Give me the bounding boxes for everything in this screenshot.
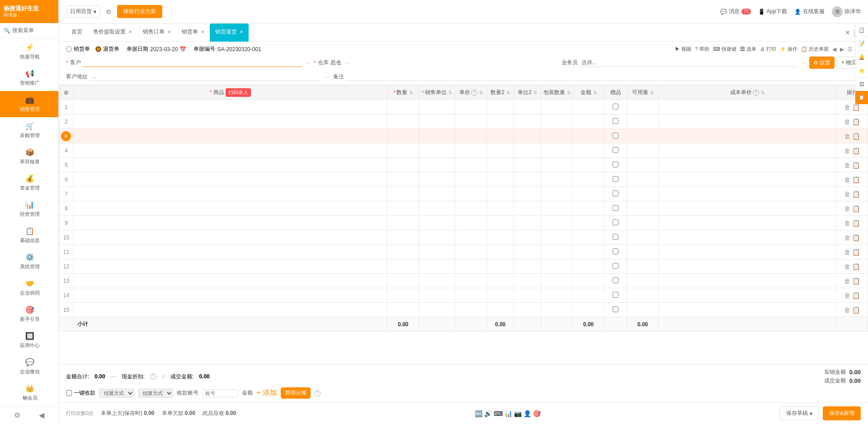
delete-row-icon-9[interactable]: 🗑	[844, 219, 850, 227]
scan-btn[interactable]: 扫码录入	[226, 88, 251, 97]
quantity2-cell-8[interactable]	[487, 201, 514, 216]
tab-sales-order-close[interactable]: ✕	[167, 29, 171, 34]
add-payment-btn[interactable]: + 添加	[256, 388, 277, 398]
tool-icon-7[interactable]: 🎯	[533, 410, 541, 417]
close-tab-icon[interactable]: ✕	[845, 29, 850, 36]
quantity2-cell-4[interactable]	[487, 143, 514, 158]
sidebar-item-operations[interactable]: 📊 经营管理	[0, 196, 58, 222]
one-click-checkbox-input[interactable]	[66, 390, 72, 396]
quantity-cell-14[interactable]	[387, 288, 419, 303]
available-cell-14[interactable]	[627, 288, 659, 303]
amount-cell-6[interactable]	[573, 172, 604, 187]
calendar-icon[interactable]: 📅	[179, 46, 186, 52]
available-sort-icon[interactable]: ⇅	[650, 90, 654, 95]
quantity-cell-6[interactable]	[387, 172, 419, 187]
gift-checkbox-7[interactable]	[613, 191, 618, 196]
pack_qty-cell-4[interactable]	[541, 143, 573, 158]
tab-price-extract[interactable]: 售价提取设置 ✕	[88, 24, 137, 42]
quantity-cell-3[interactable]	[387, 129, 419, 143]
amount-cell-7[interactable]	[573, 187, 604, 201]
cost-price-cell-10[interactable]	[659, 230, 836, 245]
account-input[interactable]	[202, 389, 238, 397]
quantity2-cell-7[interactable]	[487, 187, 514, 201]
delete-row-icon-2[interactable]: 🗑	[844, 118, 850, 125]
radio-sales-return-input[interactable]	[95, 46, 101, 52]
tab-price-extract-close[interactable]: ✕	[128, 29, 132, 34]
quantity-cell-8[interactable]	[387, 201, 419, 216]
gift-cell-10[interactable]	[604, 230, 627, 245]
cost-price-cell-7[interactable]	[659, 187, 836, 201]
gift-checkbox-5[interactable]	[613, 162, 618, 167]
unit_price-cell-4[interactable]	[455, 143, 487, 158]
unit2-cell-9[interactable]	[514, 216, 541, 230]
quantity2-cell-5[interactable]	[487, 158, 514, 172]
product-cell-5[interactable]	[74, 158, 387, 172]
cost-price-cell-14[interactable]	[659, 288, 836, 303]
salesperson-input[interactable]	[580, 58, 797, 67]
product-cell-8[interactable]	[74, 201, 387, 216]
sales_unit-cell-9[interactable]	[419, 216, 455, 230]
copy-row-icon-9[interactable]: 📋	[852, 219, 860, 227]
sidebar-item-wechat[interactable]: 💬 企业微信	[0, 353, 58, 380]
unit_price-cell-5[interactable]	[455, 158, 487, 172]
gift-cell-6[interactable]	[604, 172, 627, 187]
gift-cell-1[interactable]	[604, 100, 627, 114]
pack_qty-cell-14[interactable]	[541, 288, 573, 303]
quantity2-cell-6[interactable]	[487, 172, 514, 187]
sidebar-item-finance[interactable]: 💰 资金管理	[0, 170, 58, 196]
video-btn[interactable]: ▶ 视频	[675, 46, 691, 52]
product-cell-9[interactable]	[74, 216, 387, 230]
quantity-cell-15[interactable]	[387, 303, 419, 317]
quantity2-cell-3[interactable]	[487, 129, 514, 143]
tool-icon-5[interactable]: 📷	[514, 410, 522, 417]
delete-row-icon-7[interactable]: 🗑	[844, 191, 850, 198]
sidebar-item-apps[interactable]: 🔲 应用中心	[0, 327, 58, 353]
unit2-cell-10[interactable]	[514, 230, 541, 245]
cost-price-cell-8[interactable]	[659, 201, 836, 216]
sales_unit-cell-15[interactable]	[419, 303, 455, 317]
gift-cell-15[interactable]	[604, 303, 627, 317]
pack_qty-cell-2[interactable]	[541, 114, 573, 129]
copy-row-icon-5[interactable]: 📋	[852, 162, 860, 169]
side-panel-btn-6[interactable]: 📋	[855, 91, 868, 105]
copy-row-icon-7[interactable]: 📋	[852, 191, 860, 198]
tool-icon-3[interactable]: ⌨	[494, 410, 503, 417]
history-btn[interactable]: 📋 历史单据	[801, 46, 829, 52]
sidebar-item-guide[interactable]: 🎯 新手引导	[0, 301, 58, 327]
quantity2-cell-14[interactable]	[487, 288, 514, 303]
calc-select[interactable]: 结算方式	[138, 389, 173, 398]
copy-row-icon-10[interactable]: 📋	[852, 234, 860, 241]
side-panel-btn-5[interactable]: 🖼	[855, 78, 868, 91]
save-draft-btn[interactable]: 保存草稿 ▾	[779, 406, 819, 420]
product-cell-10[interactable]	[74, 230, 387, 245]
gift-checkbox-2[interactable]	[613, 118, 618, 124]
pack_qty-cell-5[interactable]	[541, 158, 573, 172]
next-doc-icon[interactable]: ▶	[840, 46, 844, 52]
sidebar-item-system[interactable]: ⚙️ 系统管理	[0, 248, 58, 275]
unit2-cell-11[interactable]	[514, 245, 541, 259]
gift-cell-7[interactable]	[604, 187, 627, 201]
gift-cell-4[interactable]	[604, 143, 627, 158]
sales_unit-cell-10[interactable]	[419, 230, 455, 245]
sidebar-item-marketing[interactable]: 📢 营销推广	[0, 65, 58, 91]
available-cell-3[interactable]	[627, 129, 659, 143]
quantity-cell-10[interactable]	[387, 230, 419, 245]
customer-input[interactable]	[83, 58, 302, 67]
sales_unit-cell-13[interactable]	[419, 274, 455, 288]
unit2-cell-13[interactable]	[514, 274, 541, 288]
sidebar-item-purchase[interactable]: 🛒 采购管理	[0, 117, 58, 143]
copy-row-icon-4[interactable]: 📋	[852, 147, 860, 154]
quantity-cell-9[interactable]	[387, 216, 419, 230]
delete-row-icon-12[interactable]: 🗑	[844, 263, 850, 270]
pack_qty-cell-6[interactable]	[541, 172, 573, 187]
available-cell-11[interactable]	[627, 245, 659, 259]
gift-checkbox-3[interactable]	[613, 133, 618, 138]
quantity2-cell-1[interactable]	[487, 100, 514, 114]
help-btn[interactable]: ? 帮助	[695, 46, 709, 52]
cost-price-help-icon[interactable]: ?	[753, 90, 759, 96]
radio-sales-delivery[interactable]: 销货单	[66, 45, 90, 53]
amount-sort-icon[interactable]: ⇅	[593, 90, 597, 95]
prev-doc-icon[interactable]: ◀	[832, 46, 836, 52]
sales_unit-cell-4[interactable]	[419, 143, 455, 158]
copy-row-icon-13[interactable]: 📋	[852, 277, 860, 285]
